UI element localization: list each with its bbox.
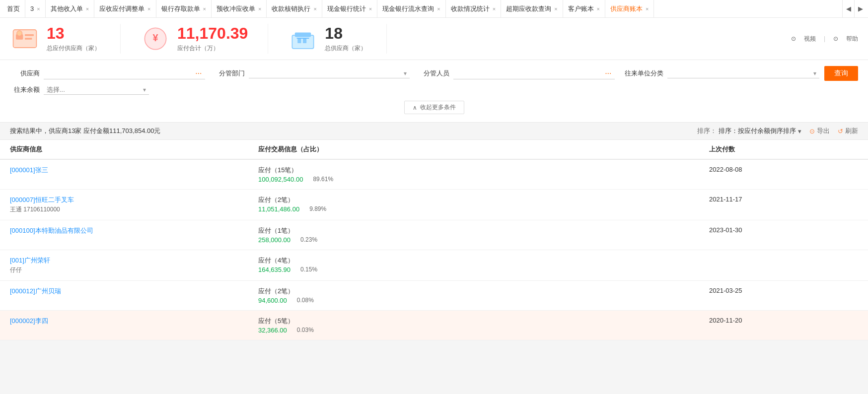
close-icon[interactable]: × [369, 6, 372, 12]
close-icon[interactable]: × [203, 6, 206, 12]
nav-tab-collection-stats[interactable]: 收款情况统计 × [446, 0, 501, 18]
filter-balance: 往来余额 ▾ [10, 85, 149, 95]
supplier-link[interactable]: [000012]广州贝瑞 [10, 287, 61, 295]
balance-chevron-down-icon[interactable]: ▾ [143, 86, 146, 93]
sort-chevron-down-icon: ▾ [798, 128, 801, 135]
category-input[interactable] [670, 69, 812, 77]
supplier-link[interactable]: [000002]李四 [10, 317, 48, 325]
nav-prev-arrow[interactable]: ◀ [842, 0, 854, 18]
tx-amount[interactable]: 164,635.90 [258, 266, 290, 273]
col-supplier-info: 供应商信息 [10, 145, 258, 154]
nav-next-arrow[interactable]: ▶ [854, 0, 866, 18]
category-input-box[interactable]: ▾ [667, 68, 820, 78]
supplier-info-cell: [000100]本特勤油品有限公司 [10, 226, 258, 235]
category-chevron-down-icon[interactable]: ▾ [813, 70, 816, 77]
supplier-input-box[interactable]: ··· [44, 68, 205, 79]
top-right-links: ⊙ 视频 | ⊙ 帮助 [791, 35, 858, 43]
tx-amount-row: 32,366.00 0.03% [258, 326, 709, 334]
export-button[interactable]: ⊙ 导出 [809, 127, 830, 135]
nav-tab-cash-flow-label: 现金银行流水查询 [382, 4, 434, 13]
tx-amount[interactable]: 94,600.00 [258, 297, 287, 304]
tx-amount[interactable]: 32,366.00 [258, 327, 287, 334]
video-link[interactable]: 视频 [804, 35, 816, 43]
close-icon[interactable]: × [37, 6, 40, 12]
person-input[interactable] [456, 69, 605, 77]
nav-tab-home[interactable]: 首页 [2, 0, 25, 18]
tx-percent: 0.23% [300, 236, 317, 243]
refresh-icon: ↺ [838, 128, 843, 135]
table-row: [001]广州荣轩 仔仔 应付（4笔） 164,635.90 0.15% [0, 250, 868, 281]
person-filter-label: 分管人员 [420, 69, 449, 78]
svg-rect-3 [25, 38, 32, 40]
nav-tab-customer-ledger[interactable]: 客户账本 × [563, 0, 605, 18]
table-row: [000100]本特勤油品有限公司 应付（1笔） 258,000.00 0.23… [0, 220, 868, 250]
svg-rect-9 [298, 39, 301, 43]
nav-tab-collection[interactable]: 收款核销执行 × [267, 0, 322, 18]
stat-total-suppliers-label: 总供应商（家） [325, 44, 366, 53]
filter-dept: 分管部门 ▾ [215, 68, 410, 78]
nav-tab-ar-adjust[interactable]: 应收应付调整单 × [94, 0, 156, 18]
tx-percent: 89.61% [313, 176, 333, 183]
tx-amount-row: 11,051,486.00 9.89% [258, 204, 709, 213]
tx-percent: 0.03% [297, 327, 314, 333]
tx-info-cell: 应付（4笔） 164,635.90 0.15% [258, 256, 709, 273]
nav-tab-other-income[interactable]: 其他收入单 × [46, 0, 94, 18]
nav-tab-cash-flow[interactable]: 现金银行流水查询 × [377, 0, 445, 18]
person-input-box[interactable]: ··· [453, 68, 615, 79]
tx-row: 应付（5笔） [258, 317, 709, 326]
collapse-button[interactable]: ∧ 收起更多条件 [404, 101, 464, 114]
dept-input[interactable] [252, 69, 402, 77]
filter-category: 往来单位分类 ▾ [625, 68, 820, 78]
tx-amount[interactable]: 100,092,540.00 [258, 176, 303, 183]
close-icon[interactable]: × [646, 6, 649, 12]
supplier-link[interactable]: [000001]张三 [10, 166, 48, 174]
balance-input[interactable] [47, 86, 141, 93]
nav-tab-other-income-label: 其他收入单 [51, 4, 83, 13]
sort-value[interactable]: 排序：按应付余额倒序排序 [719, 127, 796, 135]
dept-chevron-down-icon[interactable]: ▾ [404, 70, 407, 77]
balance-input-box[interactable]: ▾ [44, 85, 149, 95]
nav-tab-bank[interactable]: 银行存取款单 × [156, 0, 212, 18]
stat-payable-total: ¥ 11,170.39 应付合计（万） [141, 24, 268, 54]
close-icon[interactable]: × [313, 6, 316, 12]
tx-count: 应付（4笔） [258, 256, 294, 265]
close-icon[interactable]: × [493, 6, 496, 12]
dept-input-box[interactable]: ▾ [249, 68, 410, 78]
close-icon[interactable]: × [554, 6, 557, 12]
nav-tab-cash-stats[interactable]: 现金银行统计 × [322, 0, 377, 18]
tx-amount[interactable]: 11,051,486.00 [258, 205, 299, 213]
help-link[interactable]: 帮助 [846, 35, 858, 43]
supplier-link[interactable]: [000100]本特勤油品有限公司 [10, 227, 93, 234]
supplier-link[interactable]: [001]广州荣轩 [10, 257, 50, 264]
supplier-input[interactable] [47, 69, 195, 77]
supplier-link[interactable]: [000007]恒旺二手叉车 [10, 196, 74, 203]
stats-bar: 13 总应付供应商（家） ¥ 11,170.39 应付合计（万） [0, 18, 868, 60]
close-icon[interactable]: × [437, 6, 440, 12]
table-body: [000001]张三 应付（15笔） 100,092,540.00 89.61%… [0, 160, 868, 340]
search-button[interactable]: 查询 [824, 66, 858, 81]
supplier-info-cell: [000001]张三 [10, 166, 258, 175]
nav-tab-advance[interactable]: 预收冲应收单 × [212, 0, 267, 18]
tx-row: 应付（2笔） [258, 196, 709, 204]
close-icon[interactable]: × [86, 6, 89, 12]
svg-rect-10 [303, 39, 306, 43]
category-filter-label: 往来单位分类 [625, 69, 663, 78]
refresh-button[interactable]: ↺ 刷新 [838, 127, 858, 135]
nav-tab-3[interactable]: 3 × [25, 0, 46, 18]
nav-tab-cash-stats-label: 现金银行统计 [327, 4, 366, 13]
close-icon[interactable]: × [597, 6, 600, 12]
nav-tab-bank-label: 银行存取款单 [161, 4, 200, 13]
supplier-info-cell: [000002]李四 [10, 317, 258, 326]
tx-amount[interactable]: 258,000.00 [258, 236, 290, 244]
supplier-dots-icon[interactable]: ··· [195, 69, 202, 78]
export-label: 导出 [817, 127, 830, 135]
nav-tab-supplier-ledger[interactable]: 供应商账本 × [605, 0, 654, 18]
nav-tab-overdue[interactable]: 超期应收款查询 × [501, 0, 563, 18]
collapse-up-icon: ∧ [413, 104, 417, 111]
person-dots-icon[interactable]: ··· [605, 69, 611, 78]
col-last-payment: 上次付数 [709, 145, 858, 154]
last-payment-date: 2022-08-08 [709, 166, 742, 173]
close-icon[interactable]: × [147, 6, 150, 12]
top-nav: 首页 3 × 其他收入单 × 应收应付调整单 × 银行存取款单 × 预收冲应收单… [0, 0, 868, 18]
close-icon[interactable]: × [258, 6, 261, 12]
